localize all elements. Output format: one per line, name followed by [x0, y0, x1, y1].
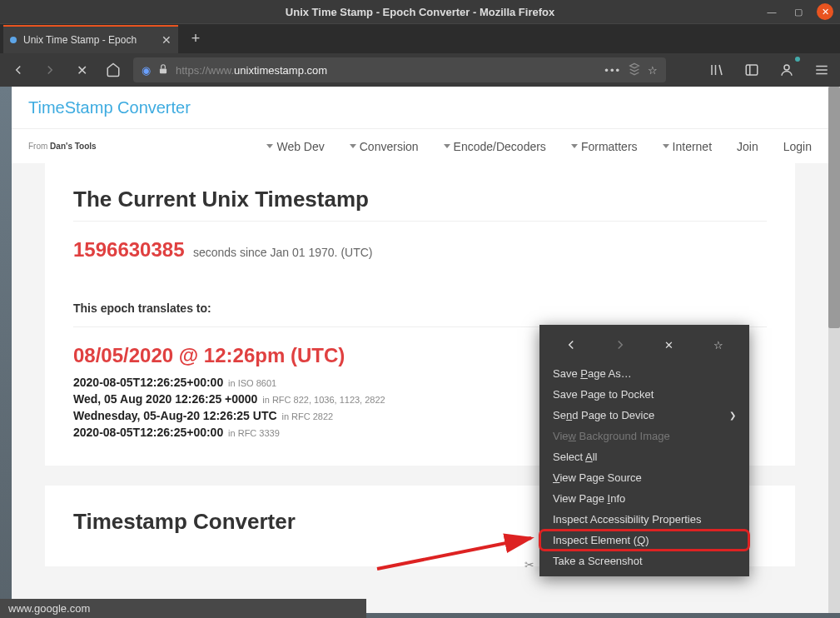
ctx-back-icon[interactable]	[561, 335, 581, 355]
tab-close-icon[interactable]: ✕	[162, 33, 171, 47]
caret-icon	[350, 144, 356, 148]
sidebar-icon[interactable]	[740, 58, 763, 82]
back-button[interactable]	[7, 58, 30, 82]
vertical-scrollbar[interactable]	[828, 87, 840, 613]
site-header: TimeStamp Converter	[12, 87, 828, 128]
ctx-send-device[interactable]: Send Page to Device❯	[539, 405, 749, 426]
nav-join[interactable]: Join	[737, 140, 758, 153]
ctx-stop-icon[interactable]: ✕	[659, 335, 679, 355]
library-icon[interactable]	[705, 58, 728, 82]
svg-rect-0	[160, 68, 167, 73]
ctx-accessibility[interactable]: Inspect Accessibility Properties	[539, 509, 749, 530]
caret-icon	[444, 144, 450, 148]
tab-title: Unix Time Stamp - Epoch	[23, 34, 155, 46]
nav-conversion[interactable]: Conversion	[350, 140, 419, 153]
new-tab-button[interactable]: +	[183, 27, 208, 52]
address-bar[interactable]: ◉ https://www.unixtimestamp.com ••• ☆	[133, 57, 666, 82]
lock-icon[interactable]	[157, 63, 169, 77]
tab-favicon	[10, 37, 17, 43]
timestamp-value: 1596630385	[73, 238, 184, 261]
minimize-button[interactable]: —	[763, 3, 780, 20]
home-button[interactable]	[102, 58, 125, 82]
ctx-screenshot[interactable]: Take a Screenshot	[539, 551, 749, 571]
nav-internet[interactable]: Internet	[663, 140, 712, 153]
ctx-forward-icon[interactable]	[610, 335, 630, 355]
page-actions-icon[interactable]: •••	[604, 64, 621, 77]
url-text: https://www.unixtimestamp.com	[176, 64, 327, 77]
ctx-select-all[interactable]: Select All	[539, 446, 749, 467]
divider	[73, 221, 767, 222]
scrollbar-thumb[interactable]	[828, 87, 840, 328]
shield-icon[interactable]: ◉	[142, 64, 151, 77]
ctx-view-source[interactable]: View Page Source	[539, 467, 749, 488]
maximize-button[interactable]: ▢	[790, 3, 807, 20]
caret-icon	[266, 144, 273, 148]
scissors-icon: ✂	[524, 558, 534, 571]
nav-webdev[interactable]: Web Dev	[266, 140, 324, 153]
window-titlebar: Unix Time Stamp - Epoch Converter - Mozi…	[0, 0, 840, 23]
nav-encode[interactable]: Encode/Decoders	[444, 140, 546, 153]
translates-label: This epoch translates to:	[73, 302, 767, 315]
close-button[interactable]: ✕	[817, 3, 833, 20]
bookmark-star-icon[interactable]: ☆	[648, 64, 658, 77]
nav-toolbar: ✕ ◉ https://www.unixtimestamp.com ••• ☆	[0, 53, 840, 87]
reader-mode-icon[interactable]	[628, 62, 641, 78]
ctx-bookmark-icon[interactable]: ☆	[708, 335, 728, 355]
from-label: From Dan's Tools	[28, 142, 97, 151]
svg-rect-4	[746, 65, 758, 75]
stop-button[interactable]: ✕	[70, 58, 93, 82]
menu-icon[interactable]	[810, 58, 833, 82]
account-icon[interactable]	[775, 58, 798, 82]
window-title: Unix Time Stamp - Epoch Converter - Mozi…	[286, 6, 554, 18]
nav-login[interactable]: Login	[783, 140, 812, 153]
ctx-page-info[interactable]: View Page Info	[539, 488, 749, 509]
caret-icon	[571, 144, 578, 148]
status-bar: www.google.com	[0, 599, 366, 618]
caret-icon	[663, 144, 669, 148]
tab-strip: Unix Time Stamp - Epoch ✕ +	[0, 23, 840, 53]
site-nav: From Dan's Tools Web Dev Conversion Enco…	[12, 128, 828, 163]
browser-tab[interactable]: Unix Time Stamp - Epoch ✕	[3, 25, 178, 53]
forward-button[interactable]	[38, 58, 62, 82]
ctx-view-bg: View Background Image	[539, 426, 749, 446]
nav-formatters[interactable]: Formatters	[571, 140, 638, 153]
svg-point-6	[784, 65, 789, 70]
site-logo[interactable]: TimeStamp Converter	[28, 98, 191, 117]
context-menu: ✕ ☆ Save Page As… Save Page to Pocket Se…	[539, 325, 749, 576]
chevron-right-icon: ❯	[729, 411, 736, 420]
ctx-inspect-element[interactable]: Inspect Element (Q)	[539, 530, 749, 551]
heading-current-timestamp: The Current Unix Timestamp	[73, 187, 767, 212]
svg-line-3	[719, 65, 722, 75]
ctx-save-pocket[interactable]: Save Page to Pocket	[539, 384, 749, 405]
ctx-save-page-as[interactable]: Save Page As…	[539, 363, 749, 384]
timestamp-desc: seconds since Jan 01 1970. (UTC)	[193, 246, 373, 259]
